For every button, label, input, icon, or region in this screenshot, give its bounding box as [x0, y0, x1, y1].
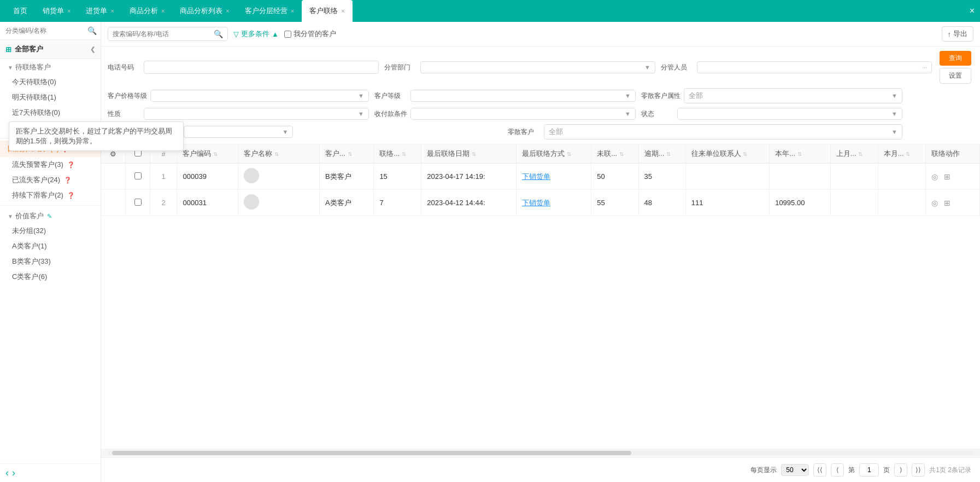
col-type-header[interactable]: 客户... ⇅: [320, 144, 374, 164]
row1-action[interactable]: ◎ ⊞: [925, 164, 979, 190]
row1-select[interactable]: [134, 172, 142, 179]
col-this-year-header[interactable]: 本年... ⇅: [770, 144, 831, 164]
row1-code[interactable]: 000039: [177, 164, 238, 190]
filter-area: 电话号码 分管部门 ▼ 分管人员 ···: [101, 47, 980, 144]
question-icon-4[interactable]: ❓: [67, 192, 75, 199]
page-number-input[interactable]: [859, 463, 879, 477]
question-icon-2[interactable]: ❓: [67, 161, 75, 168]
nav-sales[interactable]: 销货单 ×: [35, 0, 78, 22]
settings-button[interactable]: 设置: [940, 68, 971, 84]
row1-checkbox[interactable]: [126, 164, 150, 190]
col-this-month-header[interactable]: 本月... ⇅: [878, 144, 925, 164]
my-customers-checkbox[interactable]: [284, 31, 291, 38]
last-page-button[interactable]: ⟩⟩: [912, 463, 925, 477]
col-contact-person-header[interactable]: 往来单位联系人 ⇅: [685, 144, 769, 164]
all-customers-title[interactable]: ⊞ 全部客户 ❮: [0, 40, 101, 59]
question-icon-3[interactable]: ❓: [64, 177, 72, 183]
edit-icon[interactable]: ✎: [47, 213, 52, 220]
col-name-header[interactable]: 客户名称 ⇅: [238, 144, 320, 164]
collapse-arrow-icon[interactable]: ❮: [90, 46, 95, 53]
sidebar-item-a-class[interactable]: A类客户(1): [0, 239, 101, 254]
col-overdue-header[interactable]: 逾期... ⇅: [638, 144, 685, 164]
status-select[interactable]: ▼: [677, 108, 902, 120]
close-product-analysis-icon[interactable]: ×: [161, 8, 165, 14]
nav-product-analysis[interactable]: 商品分析 ×: [122, 0, 172, 22]
window-close-button[interactable]: ×: [970, 6, 975, 16]
grade-select[interactable]: ▼: [410, 90, 636, 102]
row1-uncontact: 50: [591, 164, 638, 190]
filter-price-grade: 客户价格等级 ▼: [108, 90, 369, 102]
nav-home[interactable]: 首页: [5, 0, 35, 22]
sidebar-search-icon[interactable]: 🔍: [87, 26, 97, 35]
row2-name[interactable]: [238, 190, 320, 216]
close-customer-segment-icon[interactable]: ×: [291, 8, 294, 14]
main-search-input[interactable]: [113, 30, 214, 38]
row2-code[interactable]: 000031: [177, 190, 238, 216]
content-area: 🔍 ▽ 更多条件 ▲ 我分管的客户 ↑ 导出: [101, 22, 980, 482]
close-customer-contact-icon[interactable]: ×: [341, 8, 344, 14]
col-contact-header[interactable]: 联络... ⇅: [374, 144, 421, 164]
next-page-button[interactable]: ⟩: [894, 463, 907, 477]
price-grade-select[interactable]: ▼: [150, 90, 369, 102]
sidebar-group-value[interactable]: ▼ 价值客户 ✎: [0, 208, 101, 223]
sidebar-item-loss-warning[interactable]: 流失预警客户(3) ❓: [0, 157, 101, 172]
sidebar-item-c-class[interactable]: C类客户(6): [0, 269, 101, 284]
nav-customer-segment[interactable]: 客户分层经营 ×: [237, 0, 302, 22]
per-page-select[interactable]: 50 20 100: [781, 464, 809, 476]
nav-purchase[interactable]: 进货单 ×: [78, 0, 121, 22]
retail-attr-select[interactable]: 全部 ▼: [684, 88, 902, 103]
row2-last-month: [830, 190, 878, 216]
more-conditions-button[interactable]: ▽ 更多条件 ▲: [233, 29, 279, 39]
close-product-list-icon[interactable]: ×: [226, 8, 229, 14]
sidebar-item-declining[interactable]: 持续下滑客户(2) ❓: [0, 188, 101, 203]
col-code-header[interactable]: 客户编码 ⇅: [177, 144, 238, 164]
main-search-box[interactable]: 🔍: [108, 27, 228, 41]
sidebar-item-b-class[interactable]: B类客户(33): [0, 254, 101, 269]
sidebar-search-input[interactable]: [5, 27, 87, 34]
horizontal-scrollbar[interactable]: [108, 451, 973, 455]
right-arrow-icon[interactable]: ›: [12, 467, 15, 479]
nav-product-list[interactable]: 商品分析列表 ×: [172, 0, 237, 22]
col-last-month-header[interactable]: 上月... ⇅: [830, 144, 878, 164]
left-arrow-icon[interactable]: ‹: [5, 467, 9, 479]
gender-select[interactable]: ▼: [144, 108, 369, 120]
sidebar-item-unclassified[interactable]: 未分组(32): [0, 223, 101, 239]
close-sales-icon[interactable]: ×: [67, 8, 71, 14]
sidebar-item-lost[interactable]: 已流失客户(24) ❓: [0, 172, 101, 188]
sidebar-item-tomorrow[interactable]: 明天待联络(1): [0, 90, 101, 105]
sidebar-item-7days[interactable]: 近7天待联络(0): [0, 105, 101, 120]
nav-customer-contact[interactable]: 客户联络 ×: [302, 0, 352, 22]
col-uncontact-header[interactable]: 未联... ⇅: [591, 144, 638, 164]
table-row: 1 000039 B类客户 15 2023-04-17 14:19: 下销货单 …: [101, 164, 980, 190]
page-label: 第: [848, 466, 855, 475]
close-purchase-icon[interactable]: ×: [110, 8, 114, 14]
filter-row-4: ··· 客户类型 ▼ 零散客户 全部 ▼: [108, 124, 973, 140]
row2-checkbox[interactable]: [126, 190, 150, 216]
row1-name[interactable]: [238, 164, 320, 190]
row1-last-way[interactable]: 下销货单: [517, 164, 591, 190]
customers-table: ⚙ # 客户编码 ⇅ 客户名称 ⇅: [101, 144, 980, 216]
customer-type-select[interactable]: ▼: [184, 126, 293, 138]
sidebar-item-today[interactable]: 今天待联络(0): [0, 74, 101, 90]
prev-page-button[interactable]: ⟨: [831, 463, 844, 477]
main-search-icon[interactable]: 🔍: [214, 30, 223, 38]
sort-last-way-icon: ⇅: [567, 151, 571, 157]
phone-input[interactable]: [144, 61, 379, 74]
col-last-way-header[interactable]: 最后联络方式 ⇅: [517, 144, 591, 164]
query-button[interactable]: 查询: [940, 51, 971, 66]
row2-last-way[interactable]: 下销货单: [517, 190, 591, 216]
sidebar-group-pending[interactable]: ▼ 待联络客户: [0, 59, 101, 74]
payment-select[interactable]: ▼: [410, 108, 636, 120]
row2-select[interactable]: [134, 199, 142, 206]
dept-select[interactable]: ▼: [420, 61, 655, 73]
first-page-button[interactable]: ⟨⟨: [813, 463, 826, 477]
manager-select[interactable]: ···: [697, 61, 932, 73]
my-customers-checkbox-area[interactable]: 我分管的客户: [284, 29, 336, 39]
retail-customer-select[interactable]: 全部 ▼: [544, 124, 902, 140]
scrollbar-thumb[interactable]: [112, 451, 631, 455]
col-last-date-header[interactable]: 最后联络日期 ⇅: [421, 144, 517, 164]
export-button[interactable]: ↑ 导出: [942, 26, 974, 42]
main-layout: 🔍 ⊞ 全部客户 ❮ ▼ 待联络客户 今天待联络(0) 明天待联络(1) 近7天…: [0, 22, 980, 482]
sidebar-search-box[interactable]: 🔍: [0, 22, 101, 40]
row2-action[interactable]: ◎ ⊞: [925, 190, 979, 216]
